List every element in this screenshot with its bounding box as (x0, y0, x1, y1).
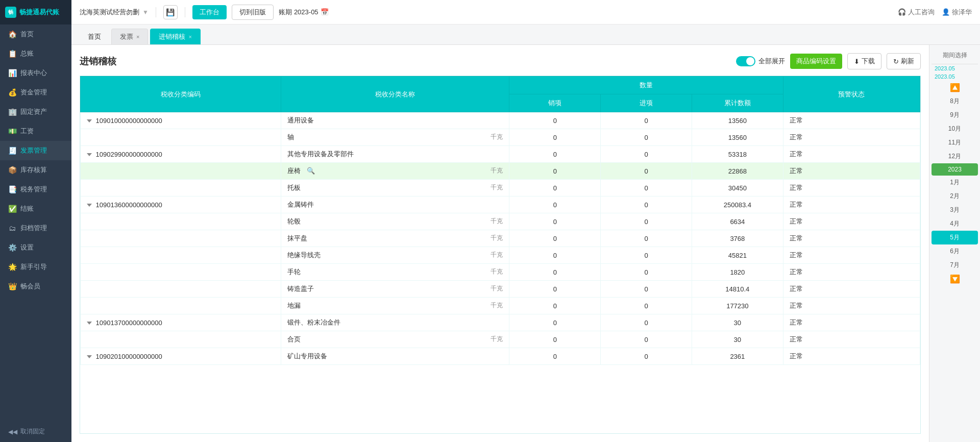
download-button[interactable]: ⬇ 下载 (847, 53, 881, 69)
sidebar-item-invoice[interactable]: 🧾 发票管理 (0, 141, 71, 160)
cell-code (81, 180, 281, 197)
product-code-button[interactable]: 商品编码设置 (790, 54, 842, 69)
table-row: 109013700000000000 锻件、粉末冶金件 0 0 30 正常 (81, 314, 920, 331)
logo-icon: 畅 (5, 7, 16, 18)
save-button[interactable]: 💾 (163, 5, 178, 19)
archive-icon: 🗂 (8, 224, 16, 232)
table-body: 109010000000000000 通用设备 0 0 13560 正常 轴 千… (81, 112, 920, 365)
sidebar-item-label: 库存核算 (20, 165, 47, 175)
panel-month-5-active[interactable]: 5月 (932, 231, 978, 244)
cell-warning: 正常 (783, 197, 920, 213)
logo-text: 畅捷通易代账 (19, 8, 59, 17)
expand-triangle[interactable] (87, 322, 92, 325)
sidebar-item-archive[interactable]: 🗂 归档管理 (0, 218, 71, 238)
sidebar-item-label: 畅会员 (20, 282, 40, 291)
sidebar-item-assets[interactable]: 🏢 固定资产 (0, 102, 71, 121)
tab-purchase-sales[interactable]: 进销稽核 × (150, 29, 200, 44)
search-icon[interactable]: 🔍 (307, 167, 315, 175)
tab-invoice-close[interactable]: × (136, 34, 139, 40)
panel-month-6[interactable]: 6月 (932, 244, 978, 258)
cell-code (81, 247, 281, 264)
panel-month-1[interactable]: 1月 (932, 176, 978, 189)
panel-month-7[interactable]: 7月 (932, 258, 978, 272)
cell-purchase: 0 (601, 230, 692, 247)
data-table-container: 税收分类编码 税收分类名称 数量 预警状态 销项 进项 累计数额 (80, 76, 921, 434)
reports-icon: 📊 (8, 69, 16, 77)
panel-month-4[interactable]: 4月 (932, 217, 978, 231)
cell-warning: 正常 (783, 112, 920, 129)
sidebar-item-payroll[interactable]: 💵 工资 (0, 121, 71, 141)
sidebar-unpin-button[interactable]: ◀◀ 取消固定 (0, 421, 71, 442)
sidebar-item-label: 工资 (20, 127, 34, 136)
expand-triangle[interactable] (87, 204, 92, 207)
sidebar-item-reports[interactable]: 📊 报表中心 (0, 63, 71, 83)
panel-month-10[interactable]: 10月 (932, 122, 978, 136)
table-row: 座椅 🔍 千克 0 0 22868 正常 (81, 163, 920, 180)
cell-name: 通用设备 (281, 112, 509, 129)
cell-name: 座椅 🔍 千克 (281, 163, 509, 180)
sidebar-item-settings[interactable]: ⚙️ 设置 (0, 238, 71, 257)
panel-year-2023: 2023 (932, 163, 978, 176)
cell-total: 30 (692, 331, 783, 348)
sidebar-item-label: 税务管理 (20, 185, 47, 194)
cell-purchase: 0 (601, 163, 692, 180)
panel-month-12[interactable]: 12月 (932, 150, 978, 163)
tab-invoice-label: 发票 (120, 32, 133, 41)
switch-old-button[interactable]: 切到旧版 (232, 5, 274, 20)
cell-warning: 正常 (783, 298, 920, 314)
refresh-icon: ↻ (893, 58, 899, 65)
sidebar-item-home[interactable]: 🏠 首页 (0, 24, 71, 44)
calendar-icon[interactable]: 📅 (321, 8, 329, 16)
cell-purchase: 0 (601, 247, 692, 264)
period-value: 2023-05 (294, 8, 318, 16)
workbench-button[interactable]: 工作台 (192, 5, 227, 19)
cell-sales: 0 (509, 298, 601, 314)
sidebar-logo: 畅 畅捷通易代账 (0, 0, 71, 24)
expand-triangle[interactable] (87, 119, 92, 122)
sidebar-item-finance[interactable]: 💰 资金管理 (0, 83, 71, 102)
sidebar-item-ledger[interactable]: 📋 总账 (0, 44, 71, 63)
table-row: 合页 千克 0 0 30 正常 (81, 331, 920, 348)
panel-month-2[interactable]: 2月 (932, 189, 978, 203)
cell-name: 其他专用设备及零部件 (281, 146, 509, 163)
panel-month-9[interactable]: 9月 (932, 108, 978, 122)
cell-total: 177230 (692, 298, 783, 314)
help-button[interactable]: 🎧 人工咨询 (898, 8, 935, 17)
panel-up-chevron[interactable]: 🔼 (932, 81, 978, 94)
cell-code: 109020100000000000 (81, 348, 281, 365)
tab-purchase-sales-close[interactable]: × (188, 34, 191, 40)
refresh-button[interactable]: ↻ 刷新 (887, 53, 921, 69)
sidebar-item-guide[interactable]: 🌟 新手引导 (0, 257, 71, 277)
tab-invoice[interactable]: 发票 × (111, 29, 148, 44)
cell-name: 地漏 千克 (281, 298, 509, 314)
panel-down-chevron[interactable]: 🔽 (932, 272, 978, 286)
expand-toggle[interactable]: 全部展开 (736, 56, 785, 66)
panel-month-3[interactable]: 3月 (932, 203, 978, 217)
company-selector[interactable]: 沈海英测试经营勿删 ▼ (80, 8, 149, 17)
user-profile[interactable]: 👤 徐泽华 (942, 8, 972, 17)
expand-triangle[interactable] (87, 355, 92, 358)
cell-name: 合页 千克 (281, 331, 509, 348)
cell-code (81, 298, 281, 314)
panel-title: 期间选择 (932, 49, 978, 64)
cell-warning: 正常 (783, 180, 920, 197)
sidebar-item-checkout[interactable]: ✅ 结账 (0, 199, 71, 218)
toggle-track[interactable] (736, 56, 755, 66)
cell-total: 1820 (692, 264, 783, 281)
panel-period-label1: 2023.05 (935, 65, 955, 71)
inventory-icon: 📦 (8, 166, 16, 174)
period-display: 账期 2023-05 📅 (279, 8, 329, 17)
sidebar-item-member[interactable]: 👑 畅会员 (0, 277, 71, 296)
sidebar-item-tax[interactable]: 📑 税务管理 (0, 180, 71, 199)
member-icon: 👑 (8, 282, 16, 290)
cell-name: 手轮 千克 (281, 264, 509, 281)
cell-code (81, 331, 281, 348)
expand-triangle[interactable] (87, 153, 92, 156)
panel-month-11[interactable]: 11月 (932, 136, 978, 150)
tab-home[interactable]: 首页 (80, 29, 109, 44)
sidebar-item-inventory[interactable]: 📦 库存核算 (0, 160, 71, 180)
cell-total: 250083.4 (692, 197, 783, 213)
panel-month-8[interactable]: 8月 (932, 94, 978, 108)
cell-sales: 0 (509, 230, 601, 247)
cell-warning: 正常 (783, 314, 920, 331)
